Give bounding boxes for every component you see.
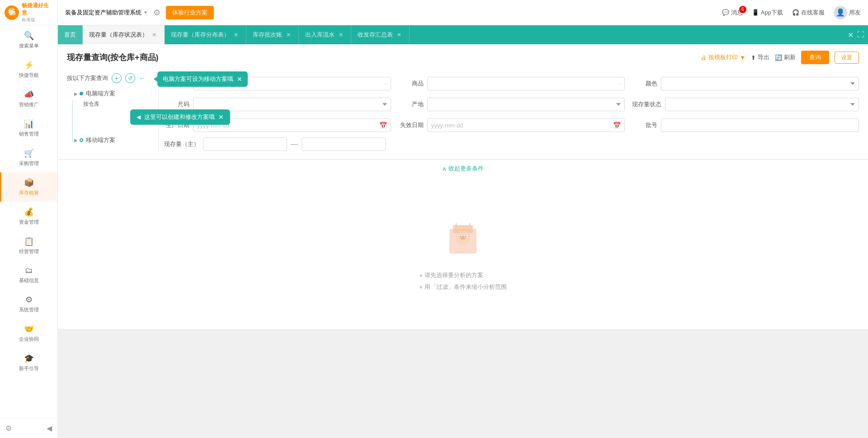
close-all-tabs-icon[interactable]: ✕ (848, 31, 854, 39)
experience-btn[interactable]: 体验行业方案 (166, 6, 214, 19)
logo-icon: 畅 (5, 5, 19, 20)
collapse-sidebar-icon[interactable]: ◀ (47, 424, 52, 433)
filter-exp-date: 失效日期 yyyy-mm-dd 📅 (398, 118, 625, 132)
sidebar-item-inventory[interactable]: 📦 库存核算 (0, 172, 57, 202)
sidebar-item-purchase[interactable]: 🛒 采购管理 (0, 143, 57, 172)
empty-state: 请先选择要分析的方案 用「过滤」条件来缩小分析范围 (58, 179, 868, 329)
sidebar-item-operations[interactable]: 📋 经营管理 (0, 231, 57, 260)
filter-stock-qty: 现存量（主） — (164, 137, 386, 151)
user-avatar-icon: 👤 (836, 8, 845, 17)
search-nav-icon: 🔍 (24, 31, 34, 41)
message-btn[interactable]: 💬 消息 6 (722, 9, 743, 17)
stock-status-label: 现存量状态 (632, 100, 661, 108)
sidebar-item-guide[interactable]: ⚡ 快捷导航 (0, 55, 57, 84)
add-schema-btn[interactable]: + (112, 73, 122, 83)
content-panel: 现存量查询(按仓库+商品) 🖨 按模板打印 ▼ ⬆ 导出 🔄 刷新 (58, 44, 868, 329)
system-name: 装备及固定资产辅助管理系统 (65, 9, 142, 17)
page-title: 现存量查询(按仓库+商品) (67, 52, 159, 63)
refresh-icon: 🔄 (775, 54, 782, 61)
stock-status-select[interactable] (665, 98, 859, 111)
tab-close-inventory-status[interactable]: ✕ (151, 31, 158, 38)
origin-select[interactable] (427, 98, 625, 111)
filter-row-1: 仓库 ··· 商品 ··· (164, 73, 859, 94)
tab-close-recv-send[interactable]: ✕ (396, 31, 403, 38)
sidebar-item-search[interactable]: 🔍 搜索菜单 (0, 25, 57, 55)
refresh-btn[interactable]: 🔄 刷新 (775, 53, 796, 61)
settings-footer-icon[interactable]: ⚙ (5, 424, 12, 433)
inventory-icon: 📦 (24, 178, 34, 188)
system-icon: ⚙ (25, 295, 33, 305)
sidebar-logo: 畅 畅捷通好生意 标准版 (0, 0, 57, 25)
print-icon: 🖨 (701, 54, 707, 61)
mfg-date-calendar-icon: 📅 (379, 122, 387, 129)
guide-icon: ⚡ (24, 60, 34, 70)
settings-icon[interactable]: ⚙ (153, 8, 160, 18)
tooltip1-close-btn[interactable]: ✕ (237, 75, 242, 83)
sidebar-item-coop[interactable]: 🤝 企业协同 (0, 319, 57, 348)
refresh-schema-btn[interactable]: ↺ (125, 73, 135, 83)
tab-in-out-flow[interactable]: 出入库流水 ✕ (299, 25, 351, 44)
batch-input[interactable] (661, 118, 859, 132)
export-btn[interactable]: ⬆ 导出 (751, 53, 769, 61)
filter-batch: 批号 (632, 118, 859, 132)
print-template-btn[interactable]: 🖨 按模板打印 ▼ (701, 53, 745, 61)
filter-fields: 仓库 ··· 商品 ··· (164, 73, 859, 153)
svg-point-6 (465, 236, 467, 237)
mobile-schema-dot (80, 138, 83, 142)
page-title-bar: 现存量查询(按仓库+商品) 🖨 按模板打印 ▼ ⬆ 导出 🔄 刷新 (58, 44, 868, 69)
exp-date-label: 失效日期 (398, 121, 424, 129)
tab-home[interactable]: 首页 (58, 25, 83, 44)
sidebar-item-system[interactable]: ⚙ 系统管理 (0, 289, 57, 319)
tooltip2-close-btn[interactable]: ✕ (218, 113, 224, 121)
sidebar-item-label: 搜索菜单 (19, 42, 39, 49)
goods-label: 商品 (398, 80, 424, 88)
goods-input[interactable] (427, 77, 625, 90)
app-download-btn[interactable]: 📱 App下载 (752, 9, 783, 17)
message-badge: 6 (739, 6, 746, 13)
color-label: 颜色 (632, 80, 657, 88)
filter-row-3: 生产日期 yyyy-mm-dd 📅 失效日期 yyyy-mm-dd (164, 115, 859, 136)
sidebar-item-basic[interactable]: 🗂 基础信息 (0, 260, 57, 289)
user-btn[interactable]: 👤 用友 (834, 6, 861, 19)
purchase-icon: 🛒 (24, 148, 34, 158)
exp-date-input[interactable]: yyyy-mm-dd 📅 (427, 118, 625, 132)
tab-recv-send-summary[interactable]: 收发存汇总表 ✕ (351, 25, 410, 44)
sidebar-item-marketing[interactable]: 📣 营销推广 (0, 84, 57, 113)
schema-mobile-row[interactable]: ▶ 移动端方案 (74, 135, 148, 145)
color-select[interactable] (661, 77, 859, 90)
schema-pc-row[interactable]: ▶ 电脑端方案 (74, 89, 148, 99)
exp-date-calendar-icon: 📅 (613, 122, 621, 129)
sidebar-footer: ⚙ ◀ (0, 418, 57, 438)
maximize-icon[interactable]: ⛶ (857, 31, 864, 39)
app-icon: 📱 (752, 9, 759, 16)
empty-illustration (440, 215, 486, 260)
operations-icon: 📋 (24, 236, 34, 246)
system-selector[interactable]: 装备及固定资产辅助管理系统 ▼ (65, 9, 148, 17)
brand-sub: 标准版 (22, 17, 53, 23)
sidebar-item-sales[interactable]: 📊 销售管理 (0, 113, 57, 143)
filter-row-4: 现存量（主） — (164, 136, 859, 153)
tab-close-inventory-batch[interactable]: ✕ (285, 31, 292, 38)
svg-point-5 (460, 236, 461, 237)
collapse-filter-btn[interactable]: ∧ 收起更多条件 (58, 160, 868, 177)
sidebar: 畅 畅捷通好生意 标准版 🔍 搜索菜单 ⚡ 快捷导航 📣 营销推广 📊 销售管理… (0, 0, 58, 438)
sidebar-item-newbie[interactable]: 🎓 新手引导 (0, 348, 57, 377)
stock-qty-max-input[interactable] (302, 137, 386, 151)
tab-inventory-status[interactable]: 现存量（库存状况表） ✕ (83, 25, 165, 44)
tab-inventory-dist[interactable]: 现存量（库存分布表） ✕ (165, 25, 246, 44)
filter-area: 按以下方案查询 + ↺ ← 电脑方案可设为移动方案哦 ✕ (58, 69, 868, 160)
stock-qty-min-input[interactable] (203, 137, 287, 151)
empty-tips: 请先选择要分析的方案 用「过滤」条件来缩小分析范围 (419, 269, 506, 293)
goods-dots-icon: ··· (618, 80, 622, 87)
basic-icon: 🗂 (25, 266, 33, 275)
back-icon[interactable]: ← (139, 75, 145, 82)
tab-inventory-batch[interactable]: 库存批次账 ✕ (246, 25, 299, 44)
sidebar-item-finance[interactable]: 💰 资金管理 (0, 202, 57, 231)
setup-btn[interactable]: 设置 (835, 52, 859, 64)
coop-icon: 🤝 (24, 324, 34, 334)
support-btn[interactable]: 🎧 在线客服 (792, 9, 825, 17)
tab-close-inventory-dist[interactable]: ✕ (232, 31, 240, 38)
empty-tip-2: 用「过滤」条件来缩小分析范围 (419, 281, 506, 293)
tab-close-in-out-flow[interactable]: ✕ (337, 31, 344, 38)
query-btn[interactable]: 查询 (801, 51, 829, 64)
